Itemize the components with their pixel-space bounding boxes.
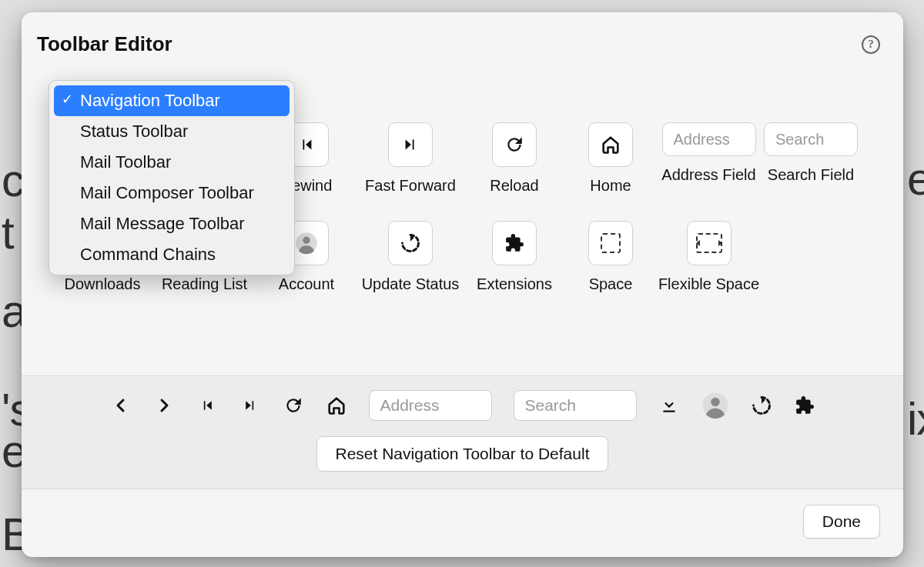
grid-item-label: Extensions — [477, 275, 552, 293]
home-icon[interactable] — [326, 395, 347, 416]
update-status-icon — [388, 221, 433, 265]
extensions-icon[interactable] — [794, 395, 815, 416]
grid-item-fast-forward[interactable]: Fast Forward — [357, 122, 464, 195]
grid-item-extensions[interactable]: Extensions — [464, 221, 564, 293]
grid-item-search-field[interactable]: Search Search Field — [761, 122, 861, 195]
dropdown-item-mail-composer-toolbar[interactable]: Mail Composer Toolbar — [54, 178, 290, 208]
forward-icon[interactable] — [153, 395, 175, 416]
reload-icon — [492, 122, 537, 167]
dropdown-item-mail-message-toolbar[interactable]: Mail Message Toolbar — [54, 208, 290, 239]
field-placeholder: Search — [775, 131, 824, 148]
grid-item-label: Search Field — [768, 165, 854, 184]
grid-item-label: Address Field — [661, 165, 755, 184]
toolbar-editor-modal: Toolbar Editor ? Rewind Fast Forward — [22, 12, 903, 557]
grid-item-label: Flexible Space — [658, 275, 759, 293]
grid-item-reload[interactable]: Reload — [464, 122, 564, 195]
grid-item-label: Update Status — [362, 275, 460, 293]
help-icon[interactable]: ? — [862, 35, 880, 54]
flexible-space-icon — [687, 221, 732, 265]
dropdown-item-mail-toolbar[interactable]: Mail Toolbar — [54, 147, 290, 178]
modal-header: Toolbar Editor ? — [22, 12, 903, 67]
address-field-tile: Address — [662, 122, 756, 156]
grid-item-label: Reading List — [162, 275, 247, 293]
toolbar-selector-dropdown[interactable]: Navigation Toolbar Status Toolbar Mail T… — [49, 80, 295, 275]
grid-item-label: Fast Forward — [365, 176, 456, 195]
grid-item-label: Space — [589, 275, 633, 293]
backdrop-text: ix — [906, 392, 924, 445]
backdrop-text: e — [906, 152, 924, 205]
update-status-icon[interactable] — [751, 395, 772, 416]
svg-point-1 — [303, 237, 310, 245]
modal-title: Toolbar Editor — [37, 32, 172, 56]
rewind-icon[interactable] — [196, 395, 218, 416]
reset-button[interactable]: Reset Navigation Toolbar to Default — [316, 436, 609, 472]
account-icon[interactable] — [701, 392, 729, 419]
home-icon — [588, 122, 633, 167]
fast-forward-icon[interactable] — [239, 395, 261, 416]
grid-item-address-field[interactable]: Address Address Field — [657, 122, 761, 195]
fast-forward-icon — [388, 122, 433, 167]
grid-item-label: Downloads — [65, 275, 141, 293]
grid-item-home[interactable]: Home — [564, 122, 657, 195]
search-input[interactable]: Search — [514, 390, 637, 421]
field-placeholder: Address — [674, 131, 730, 148]
backdrop-text: c — [0, 154, 24, 207]
field-placeholder: Address — [380, 396, 440, 415]
grid-item-update-status[interactable]: Update Status — [357, 221, 464, 293]
dropdown-item-status-toolbar[interactable]: Status Toolbar — [54, 116, 290, 147]
backdrop-text: t — [0, 206, 14, 259]
back-icon[interactable] — [110, 395, 132, 416]
toolbar-preview[interactable]: Address Search — [110, 390, 815, 421]
reload-icon[interactable] — [283, 395, 304, 416]
modal-footer: Done — [22, 489, 903, 557]
space-icon — [588, 221, 633, 265]
grid-item-flexible-space[interactable]: Flexible Space — [657, 221, 761, 293]
search-field-tile: Search — [764, 122, 858, 156]
address-input[interactable]: Address — [369, 390, 492, 421]
toolbar-preview-section: Address Search Reset Navigation Toolbar … — [22, 375, 903, 489]
grid-item-label: Home — [590, 176, 631, 195]
grid-item-space[interactable]: Space — [564, 221, 657, 293]
dropdown-item-navigation-toolbar[interactable]: Navigation Toolbar — [54, 85, 290, 116]
dropdown-item-command-chains[interactable]: Command Chains — [54, 239, 290, 270]
downloads-icon[interactable] — [658, 395, 680, 416]
done-button[interactable]: Done — [803, 505, 880, 539]
grid-item-label: Reload — [490, 176, 538, 195]
extensions-icon — [492, 221, 537, 265]
svg-point-3 — [711, 398, 719, 406]
grid-item-label: Account — [279, 275, 334, 293]
field-placeholder: Search — [525, 396, 577, 415]
